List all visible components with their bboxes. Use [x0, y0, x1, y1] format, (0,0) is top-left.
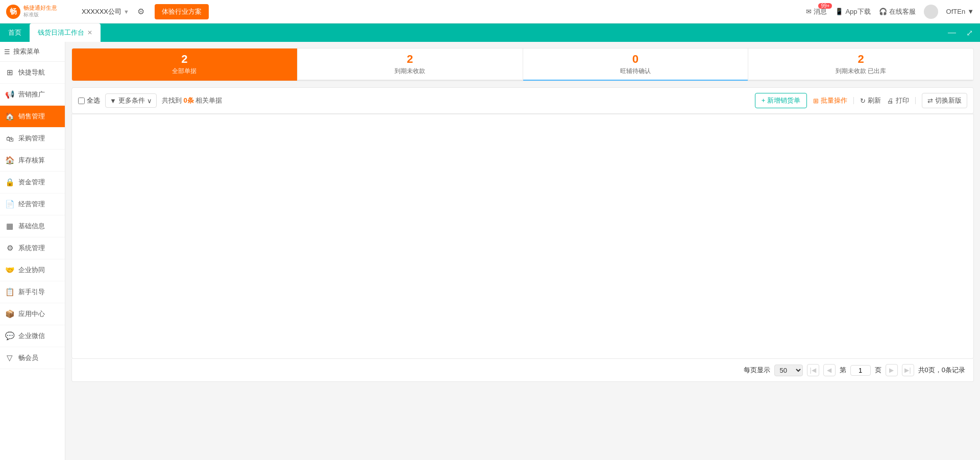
filter-button[interactable]: ▼ 更多条件 ∨ [105, 93, 157, 108]
refresh-button[interactable]: ↻ 刷新 [860, 96, 881, 105]
filter-icon: ▼ [110, 97, 116, 105]
next-page-button[interactable]: ▶ [886, 364, 898, 376]
batch-ops-label: 批量操作 [821, 96, 847, 105]
sidebar-item-label: 销售管理 [18, 112, 45, 121]
last-page-button[interactable]: ▶| [902, 364, 914, 376]
settings-icon[interactable]: ⚙ [133, 4, 149, 19]
basic-icon: ▦ [5, 222, 14, 231]
switch-icon: ⇄ [927, 97, 933, 105]
online-service-label: 在线客服 [889, 7, 916, 16]
sidebar-item-label: 资金管理 [18, 178, 45, 187]
enterprise-icon: 🤝 [5, 265, 14, 275]
top-header: 畅 畅捷通好生意 标准版 XXXXXX公司 ▼ ⚙ 体验行业方案 ✉ 消息 99… [0, 0, 980, 23]
pagination-bar: 每页显示 50 100 200 |◀ ◀ 第 页 ▶ ▶| 共0页，0条记录 [71, 359, 974, 382]
refresh-icon: ↻ [860, 97, 866, 105]
header-right: ✉ 消息 99+ 📱 App下载 🎧 在线客服 OfTEn ▼ [806, 5, 974, 19]
page-label: 第 [840, 366, 846, 375]
sidebar-item-finance[interactable]: 🔒 资金管理 [0, 172, 65, 193]
search-icon: ☰ [4, 48, 10, 56]
sidebar-item-wechat[interactable]: 💬 企业微信 [0, 325, 65, 347]
sidebar-item-system[interactable]: ⚙ 系统管理 [0, 237, 65, 259]
sidebar-search[interactable]: ☰ 搜索菜单 [0, 42, 65, 62]
print-button[interactable]: 🖨 打印 [887, 96, 909, 105]
sidebar-item-label: 营销推广 [18, 90, 45, 99]
download-icon: 📱 [835, 8, 843, 15]
tab-close-button[interactable]: ✕ [87, 29, 92, 36]
toolbar-right: + 新增销货单 ⊞ 批量操作 ↻ 刷新 🖨 打印 ⇄ 切换新版 [755, 93, 967, 108]
select-all-input[interactable] [78, 98, 85, 104]
select-all-label: 全选 [87, 96, 100, 105]
company-name: XXXXXX公司 [82, 7, 121, 16]
operation-icon: 📄 [5, 200, 14, 209]
page-suffix: 页 [875, 366, 881, 375]
per-page-label: 每页显示 [744, 366, 770, 375]
user-dropdown-arrow: ▼ [967, 8, 974, 15]
sidebar-item-marketing[interactable]: 📢 营销推广 [0, 84, 65, 106]
stats-tab-all[interactable]: 2 全部单据 [72, 49, 298, 81]
sidebar-item-quick-nav[interactable]: ⊞ 快捷导航 [0, 62, 65, 84]
stats-tab-overdue-label: 到期未收款 [302, 67, 519, 76]
user-name-area[interactable]: OfTEn ▼ [946, 8, 974, 15]
sidebar-item-label: 经营管理 [18, 200, 45, 209]
sidebar-item-label: 采购管理 [18, 134, 45, 143]
switch-new-button[interactable]: ⇄ 切换新版 [922, 93, 967, 108]
first-page-button[interactable]: |◀ [807, 364, 819, 376]
sidebar-item-purchase[interactable]: 🛍 采购管理 [0, 128, 65, 150]
wechat-icon: 💬 [5, 331, 14, 341]
switch-label: 切换新版 [935, 96, 962, 105]
toolbar-divider-1 [853, 97, 854, 104]
per-page-select[interactable]: 50 100 200 [774, 365, 803, 376]
sidebar-item-label: 新手引导 [18, 287, 45, 297]
stats-tab-overdue[interactable]: 2 到期未收款 [298, 49, 523, 81]
sidebar-search-label: 搜索菜单 [13, 47, 40, 56]
stats-tab-wangfu-label: 旺辅待确认 [527, 67, 744, 76]
tab-minimize-button[interactable]: — [945, 27, 959, 38]
marketing-icon: 📢 [5, 90, 14, 99]
select-all-checkbox[interactable]: 全选 [78, 96, 100, 105]
stats-tab-shipped-underline [748, 80, 973, 81]
filter-label: 更多条件 [118, 96, 145, 105]
sidebar: ☰ 搜索菜单 ⊞ 快捷导航 📢 营销推广 🏠 销售管理 🛍 采购管理 🏠 库存核… [0, 42, 65, 460]
app-download-label: App下载 [845, 7, 870, 16]
quick-nav-icon: ⊞ [5, 68, 14, 77]
stats-tab-shipped[interactable]: 2 到期未收款 已出库 [748, 49, 973, 81]
sidebar-item-enterprise[interactable]: 🤝 企业协同 [0, 259, 65, 281]
new-sale-button[interactable]: + 新增销货单 [755, 93, 807, 108]
sidebar-item-label: 畅会员 [18, 353, 38, 362]
sidebar-item-label: 应用中心 [18, 309, 45, 319]
batch-ops-button[interactable]: ⊞ 批量操作 [813, 96, 847, 105]
total-records-label: 共0页，0条记录 [918, 366, 965, 375]
experience-button[interactable]: 体验行业方案 [155, 4, 209, 19]
message-icon: ✉ [806, 8, 812, 15]
tab-home[interactable]: 首页 [0, 23, 30, 42]
sidebar-item-label: 企业协同 [18, 265, 45, 275]
message-button[interactable]: ✉ 消息 99+ [806, 7, 827, 16]
prev-page-button[interactable]: ◀ [823, 364, 836, 376]
logo-icon: 畅 [6, 5, 20, 19]
sidebar-item-member[interactable]: ▽ 畅会员 [0, 347, 65, 369]
online-service-button[interactable]: 🎧 在线客服 [879, 7, 916, 16]
toolbar-left: 全选 ▼ 更多条件 ∨ 共找到 0条 相关单据 [78, 93, 222, 108]
member-icon: ▽ [5, 353, 14, 362]
company-selector[interactable]: XXXXXX公司 ▼ [82, 7, 129, 16]
sales-icon: 🏠 [5, 112, 14, 121]
sidebar-item-app-center[interactable]: 📦 应用中心 [0, 303, 65, 325]
stats-tab-overdue-count: 2 [302, 54, 519, 65]
sidebar-item-inventory[interactable]: 🏠 库存核算 [0, 150, 65, 172]
sidebar-item-operation[interactable]: 📄 经营管理 [0, 193, 65, 215]
sidebar-item-guide[interactable]: 📋 新手引导 [0, 281, 65, 303]
stats-tab-wangfu[interactable]: 0 旺辅待确认 [523, 49, 749, 81]
avatar[interactable] [924, 5, 938, 19]
app-name: 畅捷通好生意 [23, 5, 57, 11]
sidebar-item-sales[interactable]: 🏠 销售管理 [0, 106, 65, 128]
sidebar-item-basic[interactable]: ▦ 基础信息 [0, 215, 65, 237]
tab-maximize-button[interactable]: ⤢ [963, 27, 976, 39]
sidebar-item-label: 基础信息 [18, 222, 45, 231]
app-center-icon: 📦 [5, 309, 14, 319]
app-download-button[interactable]: 📱 App下载 [835, 7, 870, 16]
message-badge: 99+ [818, 3, 832, 9]
tab-bar: 首页 钱货日清工作台 ✕ — ⤢ [0, 23, 980, 42]
page-number-input[interactable] [850, 365, 871, 376]
tab-workbench[interactable]: 钱货日清工作台 ✕ [30, 23, 101, 42]
sidebar-item-label: 系统管理 [18, 244, 45, 253]
